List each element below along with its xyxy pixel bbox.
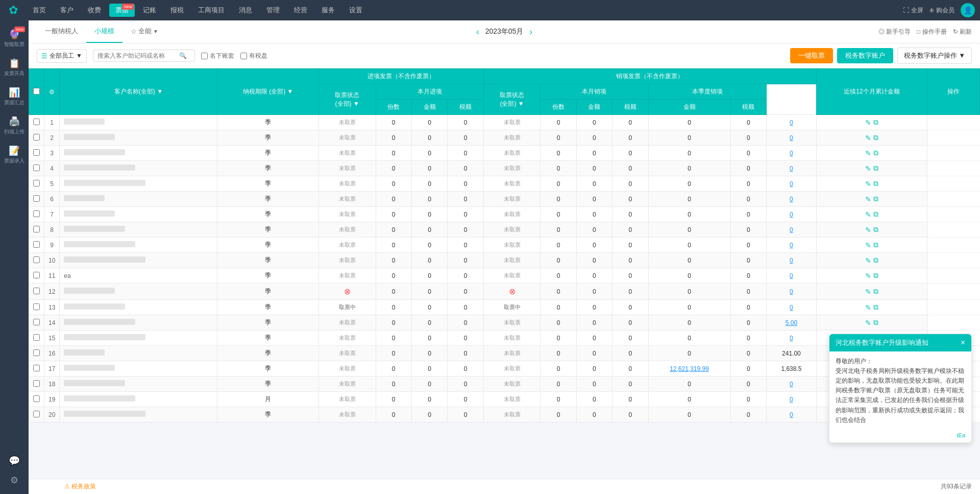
row-checkbox[interactable] xyxy=(29,207,44,222)
copy-icon[interactable]: ⧉ xyxy=(873,256,878,265)
edit-icon[interactable]: ✎ xyxy=(865,180,871,188)
one-click-ticket-btn[interactable]: 一键取票 xyxy=(790,48,833,63)
row-checkbox[interactable] xyxy=(29,192,44,207)
manual-btn[interactable]: □ 操作手册 xyxy=(917,28,947,36)
in-count-cell: 0 xyxy=(376,176,411,192)
guide-btn[interactable]: ◎ 新手引导 xyxy=(878,28,911,36)
nav-settings[interactable]: 设置 xyxy=(343,4,369,17)
copy-icon[interactable]: ⧉ xyxy=(873,133,878,142)
next-period-btn[interactable]: › xyxy=(529,27,532,37)
row-checkbox[interactable] xyxy=(29,407,44,422)
row-checkbox[interactable] xyxy=(29,331,44,346)
nav-manage[interactable]: 管理 xyxy=(260,4,286,17)
row-checkbox[interactable] xyxy=(29,222,44,238)
row-checkbox[interactable] xyxy=(29,115,44,130)
row-checkbox[interactable] xyxy=(29,176,44,192)
edit-icon[interactable]: ✎ xyxy=(865,164,871,173)
nav-operation[interactable]: 经营 xyxy=(288,4,313,17)
sidebar-item-ticket-summary[interactable]: 📊 票据汇总 xyxy=(2,83,27,110)
row-checkbox[interactable] xyxy=(29,315,44,331)
th-in-ticket-status[interactable]: 取票状态(全部) ▼ xyxy=(318,84,376,115)
tab-general-taxpayer[interactable]: 一般纳税人 xyxy=(37,20,86,43)
table-row: 5 季 未取票 0 0 0 未取票 0 0 0 0 0 0 ✎ ⧉ xyxy=(29,176,980,192)
sidebar-item-chat[interactable]: 💬 xyxy=(2,451,27,471)
edit-icon[interactable]: ✎ xyxy=(865,226,871,234)
edit-icon[interactable]: ✎ xyxy=(865,288,871,296)
edit-icon[interactable]: ✎ xyxy=(865,134,871,142)
checkbox-input-my-accounts[interactable] xyxy=(201,53,208,59)
checkbox-my-accounts[interactable]: 名下账套 xyxy=(201,52,234,60)
search-box[interactable]: 🔍 xyxy=(93,50,195,62)
checkbox-has-tax-disk[interactable]: 有税盘 xyxy=(240,52,267,60)
copy-icon[interactable]: ⧉ xyxy=(873,271,878,280)
fullscreen-btn[interactable]: ⛶ 全屏 xyxy=(903,6,923,15)
copy-icon[interactable]: ⧉ xyxy=(873,241,878,249)
nav-client[interactable]: 客户 xyxy=(54,4,80,17)
row-checkbox[interactable] xyxy=(29,253,44,268)
tax-digital-account-btn[interactable]: 税务数字账户 xyxy=(837,48,893,63)
notification-close-btn[interactable]: × xyxy=(961,338,965,347)
row-checkbox[interactable] xyxy=(29,146,44,161)
tab-all[interactable]: ☆ 全能 ▼ xyxy=(122,20,166,43)
nav-message[interactable]: 消息 xyxy=(233,4,258,17)
select-all-checkbox[interactable] xyxy=(33,88,40,95)
prev-period-btn[interactable]: ‹ xyxy=(476,27,479,37)
copy-icon[interactable]: ⧉ xyxy=(873,303,878,312)
nav-ticket[interactable]: 票据 new xyxy=(109,4,135,17)
nav-bookkeeping[interactable]: 记账 xyxy=(137,4,162,17)
edit-icon[interactable]: ✎ xyxy=(865,210,871,219)
row-checkbox[interactable] xyxy=(29,377,44,392)
copy-icon[interactable]: ⧉ xyxy=(873,287,878,296)
th-tax-period[interactable]: 纳税期限 (全部) ▼ xyxy=(217,69,318,115)
out-count-cell: 0 xyxy=(541,284,576,300)
copy-icon[interactable]: ⧉ xyxy=(873,210,878,219)
sidebar-item-invoice-open[interactable]: 📋 发票开具 xyxy=(2,54,27,81)
copy-icon[interactable]: ⧉ xyxy=(873,179,878,188)
row-checkbox[interactable] xyxy=(29,300,44,315)
edit-icon[interactable]: ✎ xyxy=(865,319,871,327)
sidebar-item-ticket-entry[interactable]: 📝 票据录入 xyxy=(2,141,27,168)
copy-icon[interactable]: ⧉ xyxy=(873,118,878,127)
refresh-btn[interactable]: ↻ 刷新 xyxy=(953,28,972,36)
row-checkbox[interactable] xyxy=(29,130,44,146)
nav-commerce[interactable]: 工商项目 xyxy=(192,4,231,17)
edit-icon[interactable]: ✎ xyxy=(865,241,871,249)
row-checkbox[interactable] xyxy=(29,238,44,253)
search-icon[interactable]: 🔍 xyxy=(179,52,187,59)
edit-icon[interactable]: ✎ xyxy=(865,272,871,280)
th-checkbox[interactable] xyxy=(29,69,44,115)
tax-digital-account-ops-btn[interactable]: 税务数字账户操作 ▼ xyxy=(897,48,972,64)
nav-tax[interactable]: 报税 xyxy=(164,4,190,17)
tab-small-scale[interactable]: 小规模 xyxy=(86,20,122,43)
row-checkbox[interactable] xyxy=(29,361,44,377)
copy-icon[interactable]: ⧉ xyxy=(873,318,878,327)
search-input[interactable] xyxy=(97,52,179,59)
row-checkbox[interactable] xyxy=(29,392,44,407)
tax-policy-link[interactable]: ⚠ 税务政策 xyxy=(64,482,96,491)
edit-icon[interactable]: ✎ xyxy=(865,195,871,203)
copy-icon[interactable]: ⧉ xyxy=(873,164,878,173)
th-client-name[interactable]: 客户名称(全部) ▼ xyxy=(60,69,217,115)
edit-icon[interactable]: ✎ xyxy=(865,303,871,312)
row-checkbox[interactable] xyxy=(29,268,44,284)
copy-icon[interactable]: ⧉ xyxy=(873,225,878,234)
sidebar-item-gear[interactable]: ⚙ xyxy=(2,471,27,490)
sidebar-item-smart-ticket[interactable]: 🔮 智能取票 new xyxy=(2,25,27,52)
nav-service[interactable]: 服务 xyxy=(315,4,341,17)
copy-icon[interactable]: ⧉ xyxy=(873,195,878,203)
checkbox-input-tax-disk[interactable] xyxy=(240,53,247,59)
sidebar-item-scan-upload[interactable]: 🖨️ 扫描上传 xyxy=(2,112,27,139)
copy-icon[interactable]: ⧉ xyxy=(873,149,878,157)
nav-home[interactable]: 首页 xyxy=(27,4,52,17)
th-out-ticket-status[interactable]: 取票状态(全部) ▼ xyxy=(483,84,541,115)
member-btn[interactable]: ⊕ 购会员 xyxy=(929,6,954,15)
nav-fee[interactable]: 收费 xyxy=(82,4,107,17)
edit-icon[interactable]: ✎ xyxy=(865,256,871,265)
staff-select[interactable]: ☰ 全部员工 ▼ xyxy=(37,49,87,63)
row-checkbox[interactable] xyxy=(29,346,44,361)
row-checkbox[interactable] xyxy=(29,284,44,300)
row-checkbox[interactable] xyxy=(29,161,44,176)
edit-icon[interactable]: ✎ xyxy=(865,119,871,127)
edit-icon[interactable]: ✎ xyxy=(865,149,871,157)
avatar[interactable]: 👤 xyxy=(961,3,975,17)
